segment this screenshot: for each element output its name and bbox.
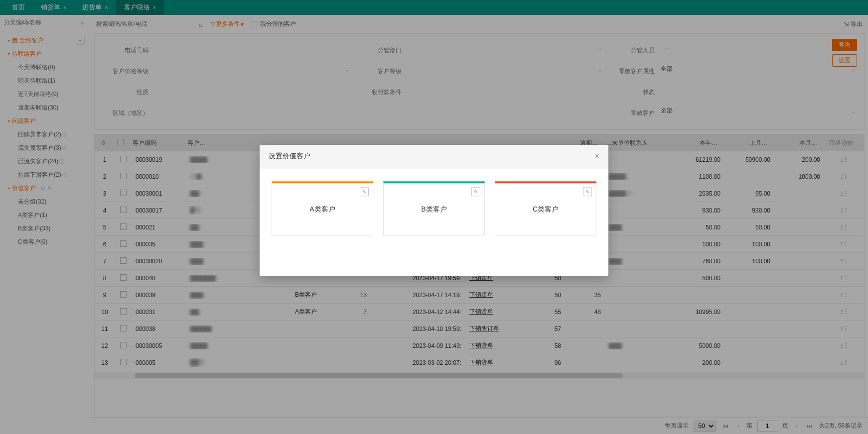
close-icon[interactable]: × (595, 152, 599, 161)
tier-card-a[interactable]: ✎A类客户 (272, 181, 373, 236)
edit-icon[interactable]: ✎ (471, 187, 480, 196)
tier-card-b[interactable]: ✎B类客户 (383, 181, 485, 236)
edit-icon[interactable]: ✎ (583, 187, 592, 196)
tier-card-c[interactable]: ✎C类客户 (495, 181, 596, 236)
value-customer-modal: 设置价值客户 × ✎A类客户 ✎B类客户 ✎C类客户 (260, 145, 608, 276)
edit-icon[interactable]: ✎ (360, 187, 369, 196)
modal-title: 设置价值客户 (269, 152, 310, 161)
